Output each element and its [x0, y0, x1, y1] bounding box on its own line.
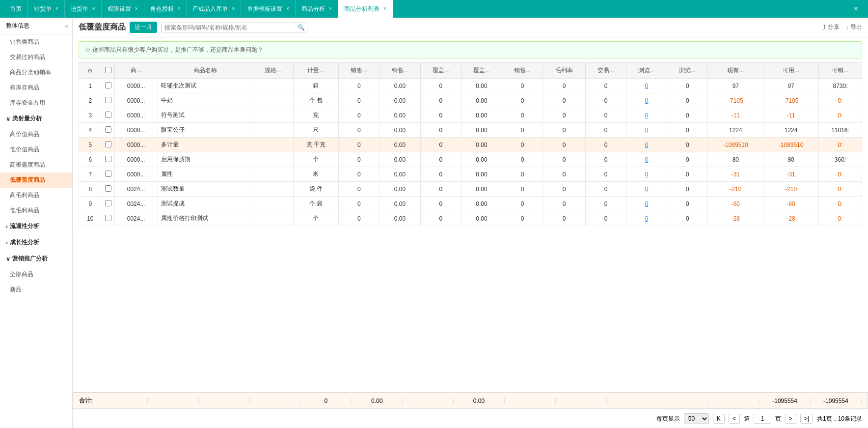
search-icon[interactable]: 🔍 [298, 24, 305, 31]
row-num: 3 [79, 108, 102, 123]
close-permissions-tab[interactable]: × [135, 0, 138, 18]
row-cover1: 0 [420, 211, 461, 226]
last-page-button[interactable]: >| [800, 414, 813, 424]
growth-analysis-section[interactable]: ›成长性分析 [0, 234, 72, 251]
row-browse1[interactable]: 0 [626, 167, 667, 182]
nav-tab-sales[interactable]: 销货单 × [28, 0, 65, 18]
row-checkbox[interactable] [102, 108, 114, 123]
sidebar-item-all-goods[interactable]: 全部商品 [0, 267, 72, 282]
row-browse1[interactable]: 0 [626, 138, 667, 152]
row-select-checkbox[interactable] [105, 97, 111, 103]
marketing-analysis-section[interactable]: ∨营销推广分析 [0, 251, 72, 267]
row-trade: 0 [585, 182, 626, 197]
sidebar-item-low-margin[interactable]: 低毛利商品 [0, 203, 72, 218]
close-template-tab[interactable]: × [286, 0, 289, 18]
row-checkbox[interactable] [102, 79, 114, 93]
row-checkbox[interactable] [102, 211, 114, 226]
quantity-analysis-section[interactable]: ∨类射量分析 [0, 111, 72, 127]
row-code: 0000... [114, 152, 158, 167]
sidebar-item-high-coverage[interactable]: 高覆盖度商品 [0, 157, 72, 172]
sidebar-item-new-goods[interactable]: 新品 [0, 282, 72, 297]
sidebar-item-high-margin[interactable]: 高毛利商品 [0, 188, 72, 203]
close-sales-tab[interactable]: × [55, 0, 58, 18]
nav-tab-home[interactable]: 首页 [4, 0, 28, 18]
close-products-tab[interactable]: × [232, 0, 235, 18]
row-browse1[interactable]: 0 [626, 123, 667, 138]
row-sale1: 0 [339, 197, 380, 211]
sidebar-item-capital[interactable]: 库存资金占用 [0, 95, 72, 111]
row-browse1[interactable]: 0 [626, 93, 667, 108]
nav-tab-permissions[interactable]: 权限设置 × [102, 0, 144, 18]
row-num: 4 [79, 123, 102, 138]
sidebar-item-in-stock[interactable]: 有库存商品 [0, 80, 72, 95]
row-select-checkbox[interactable] [105, 185, 111, 192]
row-select-checkbox[interactable] [105, 156, 111, 162]
row-browse1[interactable]: 0 [626, 197, 667, 211]
row-cover2: 0.00 [461, 211, 502, 226]
close-roles-tab[interactable]: × [178, 0, 181, 18]
sidebar-item-category-rate[interactable]: 商品分类动销率 [0, 65, 72, 80]
nav-tab-analysis-list[interactable]: 商品分析列表 × [338, 0, 393, 18]
row-checkbox[interactable] [102, 138, 114, 152]
close-analysis-tab[interactable]: × [329, 0, 332, 18]
row-select-checkbox[interactable] [105, 112, 111, 118]
current-page-input[interactable] [754, 414, 771, 424]
row-browse1[interactable]: 0 [626, 182, 667, 197]
next-page-button[interactable]: > [785, 414, 796, 424]
export-button[interactable]: ↓ 导出 [845, 23, 862, 31]
close-analysis-list-tab[interactable]: × [383, 0, 386, 18]
sidebar-item-high-value[interactable]: 高价值商品 [0, 127, 72, 142]
flow-analysis-section[interactable]: ›流通性分析 [0, 218, 72, 234]
nav-tab-purchase[interactable]: 进货单 × [65, 0, 102, 18]
sidebar-item-low-coverage[interactable]: 低覆盖度商品 [0, 172, 72, 188]
search-input[interactable] [164, 24, 296, 31]
row-trade: 0 [585, 79, 626, 93]
col-name: 商品名称 [158, 63, 252, 79]
nav-tab-roles[interactable]: 角色授权 × [144, 0, 187, 18]
nav-tab-products[interactable]: 产成品入库单 × [187, 0, 241, 18]
page-size-select[interactable]: 50 20 100 [684, 413, 709, 424]
first-page-button[interactable]: K [713, 414, 725, 424]
close-purchase-tab[interactable]: × [92, 0, 95, 18]
table-row: 5 0000... 多计量 克,千克 0 0.00 0 0.00 0 0 0 0… [79, 138, 862, 152]
row-checkbox[interactable] [102, 197, 114, 211]
checkbox-column-header[interactable] [102, 63, 114, 79]
row-cover2: 0.00 [461, 93, 502, 108]
row-name: 属性价格打印测试 [158, 211, 252, 226]
share-button[interactable]: ⤴ 分享 [823, 23, 840, 31]
row-cover1: 0 [420, 123, 461, 138]
window-close-button[interactable]: × [848, 4, 864, 13]
row-checkbox[interactable] [102, 152, 114, 167]
period-button[interactable]: 近一月 [130, 22, 157, 33]
row-num: 10 [79, 211, 102, 226]
row-cover2: 0.00 [461, 79, 502, 93]
row-select-checkbox[interactable] [105, 141, 111, 147]
row-select-checkbox[interactable] [105, 215, 111, 221]
sidebar-item-low-value[interactable]: 低价值商品 [0, 142, 72, 157]
row-select-checkbox[interactable] [105, 126, 111, 133]
row-sale1: 0 [339, 211, 380, 226]
sidebar-item-traded-goods[interactable]: 交易过的商品 [0, 50, 72, 65]
row-current: 1224 [708, 123, 763, 138]
row-sale1: 0 [339, 152, 380, 167]
row-browse1[interactable]: 0 [626, 108, 667, 123]
row-margin: 0 [543, 123, 586, 138]
row-checkbox[interactable] [102, 93, 114, 108]
row-browse1[interactable]: 0 [626, 79, 667, 93]
row-select-checkbox[interactable] [105, 82, 111, 88]
row-browse1[interactable]: 0 [626, 152, 667, 167]
row-select-checkbox[interactable] [105, 171, 111, 177]
nav-tab-template[interactable]: 单据模板设置 × [241, 0, 296, 18]
row-checkbox[interactable] [102, 167, 114, 182]
row-checkbox[interactable] [102, 182, 114, 197]
row-checkbox[interactable] [102, 123, 114, 138]
row-browse1[interactable]: 0 [626, 211, 667, 226]
settings-column-header[interactable]: ⚙ [79, 63, 102, 79]
sidebar-item-sales-goods[interactable]: 销售类商品 [0, 34, 72, 50]
row-select-checkbox[interactable] [105, 200, 111, 206]
row-sellable: 360: [818, 152, 862, 167]
prev-page-button[interactable]: < [729, 414, 740, 424]
sidebar-collapse-button[interactable]: « [65, 23, 68, 29]
nav-tab-analysis[interactable]: 商品分析 × [296, 0, 338, 18]
select-all-checkbox[interactable] [105, 67, 111, 73]
